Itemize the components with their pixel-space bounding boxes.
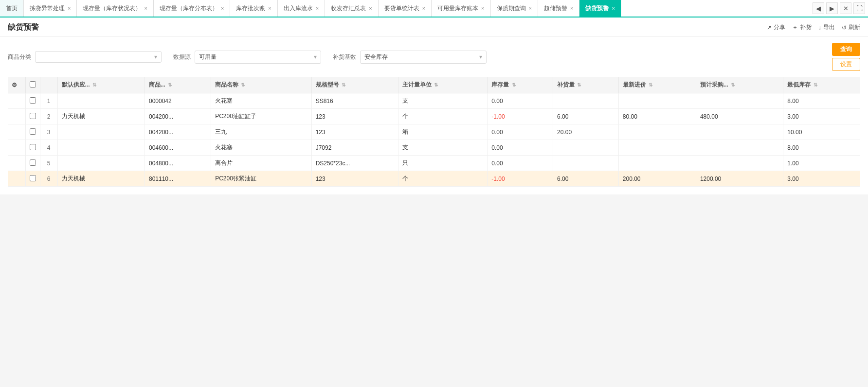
col-stock-header[interactable]: 库存量 ⇅ [488,77,553,93]
col-product-code-header[interactable]: 商品... ⇅ [145,77,211,93]
row-product-code: 0000042 [145,93,211,109]
row-unit: 箱 [398,124,487,140]
row-checkbox-cell[interactable] [25,156,40,171]
tab-inventory-status[interactable]: 现存量（库存状况表） × [77,0,153,17]
tab-receipt-summary[interactable]: 收发存汇总表 × [325,0,378,17]
tab-close-abnormal[interactable]: × [68,5,71,11]
row-latest-price [618,140,696,156]
row-product-code: 004600... [145,140,211,156]
row-num: 5 [40,156,57,171]
select-all-checkbox[interactable] [30,81,36,88]
row-min-stock: 3.00 [783,109,860,124]
row-min-stock: 8.00 [783,140,860,156]
tab-nav-close[interactable]: ✕ [840,2,851,14]
row-replenish-qty [553,140,619,156]
col-gear-header[interactable]: ⚙ [8,77,25,93]
tab-close-receipt-summary[interactable]: × [369,5,372,11]
row-checkbox[interactable] [30,128,36,135]
tab-close-available-ledger[interactable]: × [481,5,484,11]
refresh-icon: ↺ [842,24,847,31]
tab-batch[interactable]: 库存批次账 × [230,0,277,17]
filter-replenish-base-label: 补货基数 [333,53,356,61]
row-gear-cell [8,93,25,109]
settings-button[interactable]: 设置 [832,58,860,71]
filter-category-select[interactable]: ▾ [35,51,162,63]
tab-close-order-stats[interactable]: × [422,5,425,11]
tab-close-shortage[interactable]: × [612,5,615,11]
row-num: 4 [40,140,57,156]
row-num: 1 [40,93,57,109]
tab-overstock[interactable]: 超储预警 × [538,0,579,17]
tab-nav-prev[interactable]: ◀ [813,2,824,14]
tab-close-overstock[interactable]: × [570,5,573,11]
tab-inventory-dist[interactable]: 现存量（库存分布表） × [154,0,230,17]
row-checkbox[interactable] [30,144,36,150]
col-min-stock-header[interactable]: 最低库存 ⇅ [783,77,860,93]
tab-close-inventory-dist[interactable]: × [221,5,224,11]
col-supplier-header[interactable]: 默认供应... ⇅ [57,77,145,93]
tab-nav-next[interactable]: ▶ [826,2,838,14]
row-checkbox[interactable] [30,175,36,181]
row-min-stock: 1.00 [783,156,860,171]
row-unit: 支 [398,140,487,156]
row-stock: 0.00 [488,93,553,109]
tab-inout-flow[interactable]: 出入库流水 × [278,0,325,17]
col-unit-header[interactable]: 主计量单位 ⇅ [398,77,487,93]
sort-replenish-qty-icon: ⇅ [577,82,581,88]
action-replenish[interactable]: ＋ 补货 [792,23,812,32]
row-est-purchase [696,156,783,171]
filter-datasource-select[interactable]: 可用量 ▾ [195,51,321,64]
col-replenish-qty-header[interactable]: 补货量 ⇅ [553,77,619,93]
sort-product-code-icon: ⇅ [168,82,172,88]
tab-shortage[interactable]: 缺货预警 × [579,0,621,17]
row-stock: 0.00 [488,140,553,156]
filter-category-label: 商品分类 [8,53,31,61]
tab-order-stats[interactable]: 要货单统计表 × [379,0,432,17]
tab-close-batch[interactable]: × [268,5,271,11]
gear-settings-icon[interactable]: ⚙ [12,82,17,88]
row-min-stock: 8.00 [783,93,860,109]
row-gear-cell [8,171,25,187]
row-unit: 个 [398,171,487,187]
row-checkbox-cell[interactable] [25,171,40,187]
tab-expiry[interactable]: 保质期查询 × [491,0,538,17]
row-est-purchase [696,140,783,156]
col-latest-price-header[interactable]: 最新进价 ⇅ [618,77,696,93]
row-supplier [57,140,145,156]
tab-close-inventory-status[interactable]: × [144,5,147,11]
table-row: 5 004800... 离合片 DS250*23c... 只 0.00 1.00 [8,156,860,171]
row-checkbox[interactable] [30,113,36,119]
tab-close-inout-flow[interactable]: × [316,5,319,11]
tab-home[interactable]: 首页 [0,0,24,17]
row-checkbox-cell[interactable] [25,124,40,140]
row-est-purchase: 1200.00 [696,171,783,187]
row-checkbox-cell[interactable] [25,140,40,156]
row-latest-price [618,124,696,140]
row-checkbox-cell[interactable] [25,93,40,109]
row-spec: SS816 [311,93,398,109]
query-button[interactable]: 查询 [832,43,860,56]
action-refresh[interactable]: ↺ 刷新 [842,23,860,32]
row-product-code: 801110... [145,171,211,187]
col-spec-header[interactable]: 规格型号 ⇅ [311,77,398,93]
row-product-name: PC200张紧油缸 [211,171,312,187]
sort-supplier-icon: ⇅ [92,82,96,88]
row-supplier [57,124,145,140]
col-checkbox-header[interactable] [25,77,40,93]
filter-replenish-base-select[interactable]: 安全库存 ▾ [360,51,487,64]
action-share[interactable]: ↗ 分享 [767,23,785,32]
sort-unit-icon: ⇅ [434,82,438,88]
row-checkbox[interactable] [30,159,36,166]
tab-available-ledger[interactable]: 可用量库存账本 × [432,0,490,17]
col-product-name-header[interactable]: 商品名称 ⇅ [211,77,312,93]
row-replenish-qty [553,93,619,109]
row-checkbox-cell[interactable] [25,109,40,124]
tab-abnormal[interactable]: 拣货异常处理 × [24,0,77,17]
replenish-icon: ＋ [792,23,798,32]
row-checkbox[interactable] [30,97,36,104]
action-export[interactable]: ↓ 导出 [818,23,835,32]
col-est-purchase-header[interactable]: 预计采购... ⇅ [696,77,783,93]
tab-close-expiry[interactable]: × [529,5,532,11]
table-header-row: ⚙ 默认供应... ⇅ 商品... ⇅ 商品名称 [8,77,860,93]
tab-nav-fullscreen[interactable]: ⛶ [853,2,865,14]
